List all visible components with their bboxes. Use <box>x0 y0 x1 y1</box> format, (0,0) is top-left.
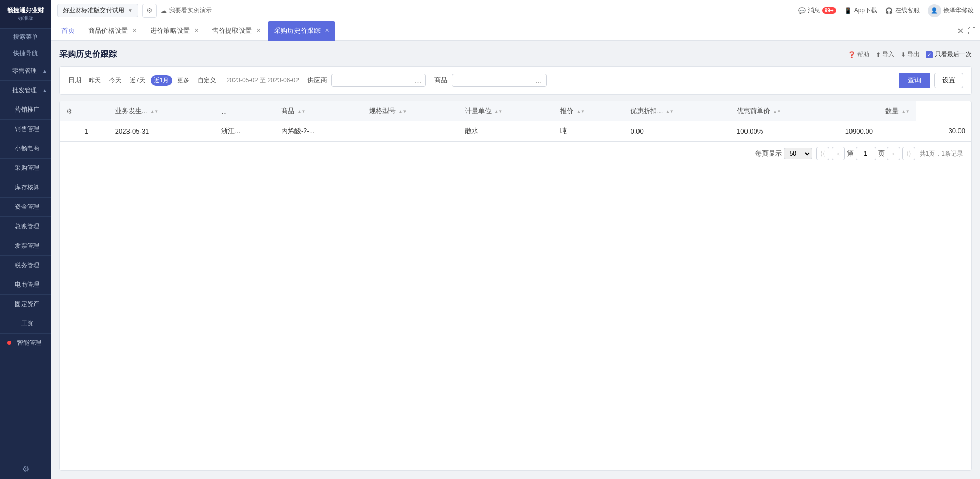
wholesale-arrow-icon: ▲ <box>42 88 47 93</box>
topbar-right: 💬 消息 99+ 📱 App下载 🎧 在线客服 👤 徐泽华修改 <box>798 4 974 17</box>
help-icon: ❓ <box>848 51 856 58</box>
help-link[interactable]: ❓ 帮助 <box>848 50 869 59</box>
sidebar-item-sales[interactable]: 销售管理 <box>0 120 51 139</box>
table-settings-icon[interactable]: ⚙ <box>66 107 72 115</box>
tab-price[interactable]: 商品价格设置 ✕ <box>82 21 143 41</box>
import-link[interactable]: ⬆ 导入 <box>876 50 894 59</box>
sort-spec-icon[interactable]: ▲▼ <box>399 110 407 114</box>
sort-discount-icon[interactable]: ▲▼ <box>666 110 674 114</box>
date-option-yesterday[interactable]: 昨天 <box>86 75 104 86</box>
user-menu[interactable]: 👤 徐泽华修改 <box>928 4 974 17</box>
sidebar-item-wholesale[interactable]: 批发管理 ▲ <box>0 81 51 100</box>
date-option-more[interactable]: 更多 <box>174 75 193 86</box>
date-option-custom[interactable]: 自定义 <box>195 75 219 86</box>
sort-date-icon[interactable]: ▲▼ <box>150 110 158 114</box>
goods-input[interactable] <box>456 77 533 84</box>
demo-link-label: 我要看实例演示 <box>169 6 212 15</box>
message-badge: 99+ <box>822 7 836 14</box>
sort-unit-icon[interactable]: ▲▼ <box>494 110 502 114</box>
tab-purchase-strategy-close-icon[interactable]: ✕ <box>194 27 199 34</box>
goods-filter-label: 商品 <box>434 76 448 85</box>
tab-sale-price-close-icon[interactable]: ✕ <box>256 27 261 34</box>
date-option-last1m[interactable]: 近1月 <box>151 75 173 86</box>
message-button[interactable]: 💬 消息 99+ <box>798 6 836 15</box>
tab-maximize-icon[interactable]: ⛶ <box>968 27 976 36</box>
page-next-button[interactable]: ＞ <box>887 147 900 160</box>
sidebar-item-marketing[interactable]: 营销推广 <box>0 100 51 120</box>
col-spec[interactable]: 规格型号 ▲▼ <box>363 101 459 121</box>
page-prev-button[interactable]: ＜ <box>832 147 845 160</box>
date-filter-group: 日期 昨天 今天 近7天 近1月 更多 自定义 2023-05-02 至 202… <box>68 75 299 86</box>
app-logo-sub: 标准版 <box>4 15 47 22</box>
per-page-label: 每页显示 <box>755 149 782 158</box>
query-button[interactable]: 查询 <box>899 73 930 88</box>
app-selector[interactable]: 好业财标准版交付试用 ▼ <box>57 4 138 17</box>
settings-button[interactable]: 设置 <box>934 73 963 88</box>
tab-price-close-icon[interactable]: ✕ <box>132 27 137 34</box>
col-before-price[interactable]: 优惠前单价 ▲▼ <box>731 101 839 121</box>
app-download-button[interactable]: 📱 App下载 <box>844 6 877 15</box>
sidebar-item-ecommerce[interactable]: 电商管理 <box>0 275 51 295</box>
tab-sale-price-label: 售价提取设置 <box>212 26 252 35</box>
sidebar-item-inventory[interactable]: 库存核算 <box>0 178 51 198</box>
online-service-button[interactable]: 🎧 在线客服 <box>885 6 920 15</box>
supplier-input[interactable] <box>336 77 413 84</box>
sidebar-item-payroll[interactable]: 工资 <box>0 314 51 334</box>
sidebar-quick-nav[interactable]: 快捷导航 <box>0 46 51 61</box>
col-settings[interactable]: ⚙ <box>60 101 78 121</box>
col-supplier[interactable]: 商品 ▲▼ <box>275 101 363 121</box>
col-extra[interactable]: ... <box>215 101 275 121</box>
col-date[interactable]: 业务发生... ▲▼ <box>109 101 216 121</box>
col-price[interactable]: 报价 ▲▼ <box>554 101 624 121</box>
page-size-select[interactable]: 每页显示 50 100 200 <box>755 148 812 159</box>
sidebar-search[interactable]: 搜索菜单 <box>0 29 51 46</box>
sidebar-item-finance[interactable]: 资金管理 <box>0 198 51 217</box>
last-only-checkbox-row[interactable]: ✓ 只看最后一次 <box>926 50 972 59</box>
page-first-button[interactable]: ⟨⟨ <box>816 147 829 160</box>
supplier-input-wrap[interactable]: ... <box>331 74 426 87</box>
page-last-button[interactable]: ⟩⟩ <box>902 147 915 160</box>
col-quantity[interactable]: 数量 ▲▼ <box>839 101 916 121</box>
date-options: 昨天 今天 近7天 近1月 更多 自定义 <box>86 75 219 86</box>
tab-home[interactable]: 首页 <box>55 21 81 41</box>
page-number-input[interactable] <box>856 147 876 160</box>
col-unit-label: 计量单位 <box>465 107 492 115</box>
sidebar-item-general-ledger[interactable]: 总账管理 <box>0 217 51 236</box>
last-only-checkbox[interactable]: ✓ <box>926 51 933 58</box>
col-unit[interactable]: 计量单位 ▲▼ <box>459 101 555 121</box>
sidebar-item-assets[interactable]: 固定资产 <box>0 295 51 314</box>
goods-input-wrap[interactable]: ... <box>452 74 546 87</box>
sidebar-item-invoice[interactable]: 发票管理 <box>0 236 51 256</box>
export-link[interactable]: ⬇ 导出 <box>901 50 920 59</box>
sidebar-item-ecommerce-small[interactable]: 小畅电商 <box>0 139 51 159</box>
date-option-last7[interactable]: 近7天 <box>126 75 148 86</box>
per-page-dropdown[interactable]: 50 100 200 <box>784 148 812 159</box>
col-discount[interactable]: 优惠折扣... ▲▼ <box>624 101 731 121</box>
sort-quantity-icon[interactable]: ▲▼ <box>902 110 910 114</box>
tab-sale-price[interactable]: 售价提取设置 ✕ <box>206 21 267 41</box>
sort-before-price-icon[interactable]: ▲▼ <box>773 110 781 114</box>
sidebar-item-smart[interactable]: 智能管理 <box>0 334 51 353</box>
goods-dots-icon[interactable]: ... <box>535 76 542 85</box>
row-index-cell: 1 <box>78 121 109 141</box>
settings-icon: ⚙ <box>146 7 153 14</box>
tab-close-window-icon[interactable]: ✕ <box>957 26 964 36</box>
sidebar-item-tax[interactable]: 税务管理 <box>0 256 51 275</box>
tab-purchase-strategy[interactable]: 进价策略设置 ✕ <box>144 21 205 41</box>
topbar-settings-button[interactable]: ⚙ <box>142 4 157 18</box>
demo-link[interactable]: ☁ 我要看实例演示 <box>161 6 212 15</box>
page-header: 采购历史价跟踪 ❓ 帮助 ⬆ 导入 ⬇ 导出 ✓ 只 <box>59 49 972 60</box>
sidebar-gear-icon[interactable]: ⚙ <box>22 465 29 473</box>
data-table-wrap: ⚙ 业务发生... ▲▼ ... 商品 ▲▼ <box>59 101 972 471</box>
date-option-today[interactable]: 今天 <box>106 75 124 86</box>
tab-history-price[interactable]: 采购历史价跟踪 ✕ <box>268 21 335 41</box>
sort-supplier-icon[interactable]: ▲▼ <box>297 110 306 114</box>
help-label: 帮助 <box>857 50 869 59</box>
tab-history-price-close-icon[interactable]: ✕ <box>325 27 329 34</box>
sidebar-item-retail[interactable]: 零售管理 ▲ <box>0 61 51 81</box>
topbar-left: 好业财标准版交付试用 ▼ ⚙ ☁ 我要看实例演示 <box>57 4 798 18</box>
page-actions: ❓ 帮助 ⬆ 导入 ⬇ 导出 ✓ 只看最后一次 <box>848 50 972 59</box>
sidebar-item-purchase[interactable]: 采购管理 <box>0 159 51 178</box>
sort-price-icon[interactable]: ▲▼ <box>577 110 585 114</box>
supplier-dots-icon[interactable]: ... <box>415 76 421 85</box>
